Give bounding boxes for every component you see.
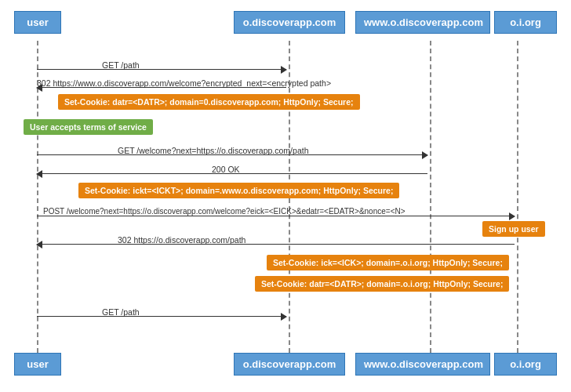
msg7-box: Set-Cookie: ickt=<ICKT>; domain=.www.o.d… [78,183,399,198]
msg9-box: Sign up user [482,221,545,237]
msg1-arrow [37,69,286,70]
participant-www-discoverapp-top: www.o.discoverapp.com [355,11,490,34]
msg4-box: User accepts terms of service [24,119,153,135]
participant-user-top: user [14,11,61,34]
msg10-arrow [37,244,515,245]
participant-o-i-org-top: o.i.org [494,11,557,34]
msg12-box: Set-Cookie: datr=<DATR>; domain=.o.i.org… [255,276,509,292]
participant-www-discoverapp-bottom: www.o.discoverapp.com [355,353,490,376]
participant-user-bottom: user [14,353,61,376]
participant-o-i-org-bottom: o.i.org [494,353,557,376]
participant-o-discoverapp-top: o.discoverapp.com [234,11,345,34]
msg2-arrow [37,87,286,88]
msg8-arrow [37,216,515,216]
lifeline-www-discoverapp [430,41,431,353]
lifeline-o-i-org [517,41,518,353]
sequence-diagram: user o.discoverapp.com www.o.discoverapp… [0,0,571,392]
msg11-box: Set-Cookie: ick=<ICK>; domain=.o.i.org; … [267,255,509,270]
participant-o-discoverapp-bottom: o.discoverapp.com [234,353,345,376]
msg8-label: POST /welcome?next=https://o.discoverapp… [43,207,406,216]
msg13-arrow [37,316,286,317]
msg3-box: Set-Cookie: datr=<DATR>; domain=0.discov… [58,94,360,110]
msg5-arrow [37,154,427,155]
msg6-arrow [37,173,427,174]
